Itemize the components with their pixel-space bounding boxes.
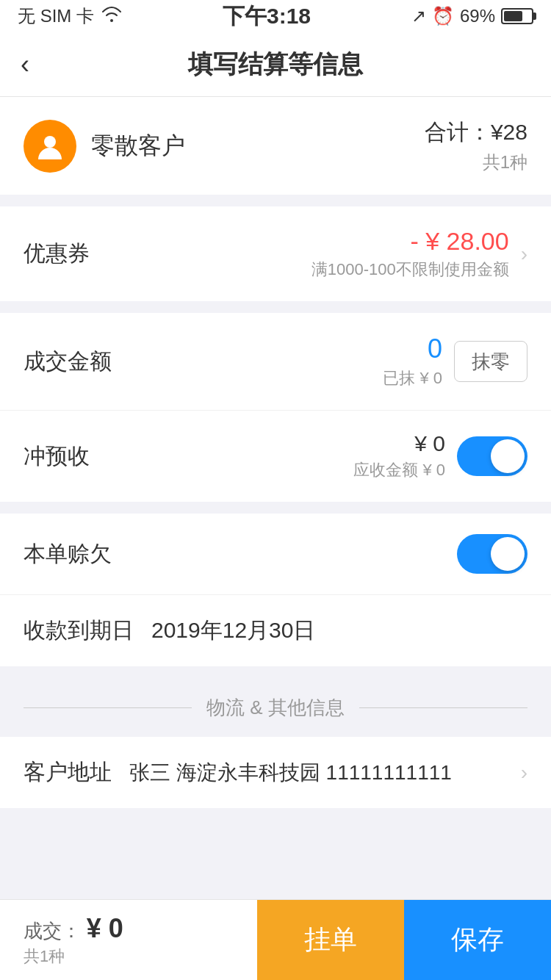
total-amount: 合计：¥28 — [425, 118, 527, 148]
back-button[interactable]: ‹ — [21, 49, 29, 80]
bottom-summary: 成交： ¥ 0 共1种 — [0, 913, 257, 968]
address-chevron-icon: › — [521, 761, 527, 785]
bottom-bar: 成交： ¥ 0 共1种 挂单 保存 — [0, 899, 551, 980]
bottom-deal-label: 成交： — [24, 920, 81, 942]
due-date-value: 2019年12月30日 — [151, 616, 315, 646]
status-time: 下午3:18 — [223, 1, 311, 32]
coupon-label: 优惠券 — [24, 239, 90, 269]
battery-percent: 69% — [460, 6, 495, 26]
debit-toggle[interactable] — [457, 534, 527, 574]
round-zero-button[interactable]: 抹零 — [454, 341, 527, 382]
deal-amount-label: 成交金额 — [24, 347, 112, 377]
debit-label: 本单赊欠 — [24, 539, 112, 569]
avatar — [24, 120, 76, 173]
prepay-toggle[interactable] — [457, 436, 527, 476]
customer-row: 零散客户 合计：¥28 共1种 — [0, 97, 551, 195]
prepay-label: 冲预收 — [24, 442, 90, 472]
pending-button[interactable]: 挂单 — [257, 900, 404, 981]
status-right: ↗ ⏰ 69% — [411, 6, 533, 26]
svg-point-0 — [44, 136, 56, 148]
content: 零散客户 合计：¥28 共1种 优惠券 - ¥ 28.00 满1000-100不… — [0, 97, 551, 908]
page-title: 填写结算等信息 — [188, 48, 363, 82]
deal-prepay-section: 成交金额 0 已抹 ¥ 0 抹零 冲预收 ¥ 0 应收金额 ¥ 0 — [0, 313, 551, 502]
coupon-row[interactable]: 优惠券 - ¥ 28.00 满1000-100不限制使用金额 › — [0, 206, 551, 301]
coupon-desc: 满1000-100不限制使用金额 — [311, 259, 509, 281]
customer-name: 零散客户 — [91, 130, 185, 162]
divider-text: 物流 & 其他信息 — [206, 695, 345, 721]
logistics-divider: 物流 & 其他信息 — [0, 678, 551, 737]
bottom-count: 共1种 — [24, 945, 234, 968]
coupon-amount: - ¥ 28.00 — [311, 227, 509, 256]
deal-amount-value: 0 — [383, 334, 442, 364]
prepay-amount: ¥ 0 — [353, 431, 445, 456]
coupon-section: 优惠券 - ¥ 28.00 满1000-100不限制使用金额 › — [0, 206, 551, 301]
location-icon: ↗ — [411, 6, 426, 26]
total-count: 共1种 — [425, 151, 527, 174]
address-row[interactable]: 客户地址 张三 海淀永丰科技园 11111111111 › — [0, 737, 551, 808]
address-value: 张三 海淀永丰科技园 11111111111 — [129, 759, 521, 787]
wifi-icon — [101, 6, 122, 26]
save-button[interactable]: 保存 — [404, 900, 551, 981]
debit-row: 本单赊欠 — [0, 514, 551, 595]
alarm-icon: ⏰ — [432, 6, 454, 26]
due-date-label: 收款到期日 — [24, 616, 134, 646]
status-bar: 无 SIM 卡 下午3:18 ↗ ⏰ 69% — [0, 0, 551, 32]
deal-amount-row: 成交金额 0 已抹 ¥ 0 抹零 — [0, 313, 551, 411]
coupon-chevron-icon: › — [521, 242, 527, 266]
address-label: 客户地址 — [24, 757, 112, 788]
receivable-amount: 应收金额 ¥ 0 — [353, 459, 445, 481]
due-date-row: 收款到期日 2019年12月30日 — [0, 595, 551, 666]
status-left: 无 SIM 卡 — [18, 4, 122, 28]
nav-bar: ‹ 填写结算等信息 — [0, 32, 551, 97]
already-rounded-text: 已抹 ¥ 0 — [383, 367, 442, 389]
debit-section: 本单赊欠 收款到期日 2019年12月30日 — [0, 514, 551, 666]
bottom-deal-amount: ¥ 0 — [87, 913, 123, 943]
battery-icon — [501, 8, 533, 24]
debit-toggle-knob — [491, 537, 525, 571]
no-sim-text: 无 SIM 卡 — [18, 4, 94, 28]
prepay-row: 冲预收 ¥ 0 应收金额 ¥ 0 — [0, 411, 551, 502]
toggle-knob — [491, 439, 525, 473]
